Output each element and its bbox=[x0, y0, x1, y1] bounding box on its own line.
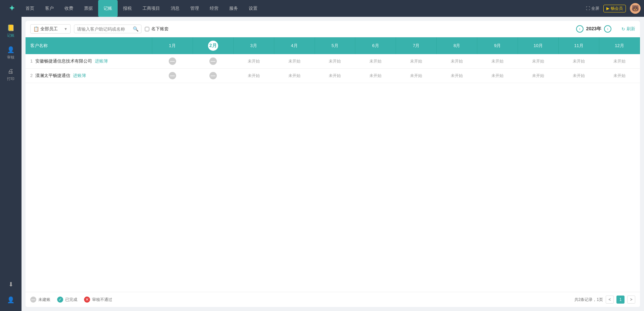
employee-select[interactable]: 📋 全部员工 ▼ bbox=[30, 24, 71, 34]
status-dash-icon: — bbox=[169, 72, 176, 79]
sidebar-item-bookkeeping[interactable]: 📒 记账 bbox=[0, 20, 22, 42]
col-month-3: 3月 bbox=[233, 37, 274, 54]
cell-month-9: 未开始 bbox=[477, 54, 518, 69]
table-body: 1安徽畅捷通信息技术有限公司进账簿——未开始未开始未开始未开始未开始未开始未开始… bbox=[26, 54, 640, 83]
legend-reject-label: 审核不通过 bbox=[92, 297, 112, 303]
status-dash-icon: — bbox=[209, 72, 217, 79]
cell-month-5: 未开始 bbox=[315, 54, 355, 69]
nav-invoice[interactable]: 票据 bbox=[79, 0, 98, 17]
nav-message[interactable]: 消息 bbox=[165, 0, 185, 17]
legend-dash: — 未建账 bbox=[30, 297, 50, 303]
status-not-started: 未开始 bbox=[288, 73, 300, 78]
cell-month-12: 未开始 bbox=[599, 54, 640, 69]
nav-home[interactable]: 首页 bbox=[20, 0, 40, 17]
status-not-started: 未开始 bbox=[329, 73, 341, 78]
sidebar-audit-label: 审核 bbox=[7, 55, 14, 60]
cell-month-1: — bbox=[152, 69, 193, 83]
legend-reject: ✕ 审核不通过 bbox=[84, 297, 112, 303]
nav-operation[interactable]: 经营 bbox=[204, 0, 224, 17]
vip-label: 畅会员 bbox=[611, 6, 623, 11]
download-icon: ⬇ bbox=[8, 281, 13, 288]
status-not-started: 未开始 bbox=[248, 59, 260, 64]
prev-year-btn[interactable]: ‹ bbox=[576, 25, 583, 33]
col-month-6: 6月 bbox=[355, 37, 396, 54]
main-layout: 📒 记账 👤 审核 🖨 打印 ⬇ 👤 📋 全部员工 ▼ bbox=[0, 17, 644, 311]
sidebar-bookkeeping-label: 记账 bbox=[7, 33, 14, 38]
status-not-started: 未开始 bbox=[573, 73, 585, 78]
col-month-7: 7月 bbox=[396, 37, 437, 54]
accounts-checkbox-wrap[interactable]: 名下账套 bbox=[145, 26, 169, 32]
prev-page-btn[interactable]: < bbox=[606, 296, 614, 304]
nav-bookkeeping[interactable]: 记账 bbox=[98, 0, 118, 17]
sidebar-item-user[interactable]: 👤 bbox=[0, 292, 22, 308]
cell-month-11: 未开始 bbox=[559, 69, 599, 83]
next-page-btn[interactable]: > bbox=[627, 296, 635, 304]
status-not-started: 未开始 bbox=[410, 73, 422, 78]
total-text: 共2条记录，1页 bbox=[574, 297, 603, 303]
status-not-started: 未开始 bbox=[288, 59, 300, 64]
nav-items: 首页 客户 收费 票据 记账 报税 工商项目 消息 管理 经营 服务 设置 bbox=[20, 0, 586, 17]
legend-dash-icon: — bbox=[30, 297, 36, 303]
nav-settings[interactable]: 设置 bbox=[243, 0, 263, 17]
status-not-started: 未开始 bbox=[451, 59, 463, 64]
cell-month-2: — bbox=[193, 69, 233, 83]
status-not-started: 未开始 bbox=[248, 73, 260, 78]
legend-complete-icon: ✓ bbox=[57, 297, 63, 303]
current-page-btn[interactable]: 1 bbox=[616, 296, 625, 304]
user-icon: 👤 bbox=[7, 296, 14, 304]
sidebar-item-audit[interactable]: 👤 审核 bbox=[0, 42, 22, 64]
status-not-started: 未开始 bbox=[369, 59, 381, 64]
fullscreen-icon: ⛶ bbox=[586, 6, 590, 11]
table-row: 2漠澜太平畅捷通信进账簿——未开始未开始未开始未开始未开始未开始未开始未开始未开… bbox=[26, 69, 640, 83]
cell-month-11: 未开始 bbox=[559, 54, 599, 69]
col-month-12: 12月 bbox=[599, 37, 640, 54]
status-not-started: 未开始 bbox=[573, 59, 585, 64]
status-not-started: 未开始 bbox=[532, 73, 544, 78]
status-dash-icon: — bbox=[169, 57, 176, 65]
col-month-2: 2月 bbox=[193, 37, 233, 54]
next-year-btn[interactable]: › bbox=[604, 25, 611, 33]
status-not-started: 未开始 bbox=[613, 73, 626, 78]
row-number: 1 bbox=[30, 59, 33, 64]
cell-month-6: 未开始 bbox=[355, 69, 396, 83]
search-icon[interactable]: 🔍 bbox=[133, 26, 138, 32]
vip-badge[interactable]: ▶ 畅会员 bbox=[603, 5, 626, 12]
search-input[interactable] bbox=[77, 27, 131, 32]
legend-complete: ✓ 已完成 bbox=[57, 297, 77, 303]
nav-tax[interactable]: 报税 bbox=[118, 0, 137, 17]
page-container: 📋 全部员工 ▼ 🔍 名下账套 ‹ 2023年 › bbox=[26, 21, 640, 307]
refresh-btn[interactable]: ↻ 刷新 bbox=[621, 26, 635, 32]
active-month-indicator: 2月 bbox=[208, 41, 218, 51]
cell-month-1: — bbox=[152, 54, 193, 69]
col-month-5: 5月 bbox=[315, 37, 355, 54]
cell-month-4: 未开始 bbox=[274, 69, 315, 83]
sidebar-item-print[interactable]: 🖨 打印 bbox=[0, 64, 22, 85]
table-row: 1安徽畅捷通信息技术有限公司进账簿——未开始未开始未开始未开始未开始未开始未开始… bbox=[26, 54, 640, 69]
nav-right: ⛶ 全屏 ▶ 畅会员 🐻 bbox=[586, 3, 641, 14]
legend-complete-label: 已完成 bbox=[65, 297, 77, 303]
cell-month-8: 未开始 bbox=[437, 54, 477, 69]
toolbar: 📋 全部员工 ▼ 🔍 名下账套 ‹ 2023年 › bbox=[26, 21, 640, 37]
accounts-checkbox[interactable] bbox=[145, 27, 149, 31]
col-month-8: 8月 bbox=[437, 37, 477, 54]
sidebar-item-download[interactable]: ⬇ bbox=[0, 277, 22, 292]
col-month-4: 4月 bbox=[274, 37, 315, 54]
fullscreen-btn[interactable]: ⛶ 全屏 bbox=[586, 6, 599, 11]
fullscreen-label: 全屏 bbox=[591, 6, 599, 11]
pagination: 共2条记录，1页 < 1 > bbox=[574, 296, 635, 304]
year-text: 2023年 bbox=[586, 26, 601, 32]
main-table: 客户名称 1月 2月 3月 4月 bbox=[26, 37, 640, 83]
left-sidebar: 📒 记账 👤 审核 🖨 打印 ⬇ 👤 bbox=[0, 17, 22, 311]
enter-ledger-link[interactable]: 进账簿 bbox=[73, 73, 86, 78]
nav-service[interactable]: 服务 bbox=[224, 0, 243, 17]
cell-month-9: 未开始 bbox=[477, 69, 518, 83]
user-avatar[interactable]: 🐻 bbox=[630, 3, 641, 14]
enter-ledger-link[interactable]: 进账簿 bbox=[95, 59, 108, 64]
cell-month-6: 未开始 bbox=[355, 54, 396, 69]
col-month-10: 10月 bbox=[518, 37, 559, 54]
nav-manage[interactable]: 管理 bbox=[185, 0, 204, 17]
nav-business[interactable]: 工商项目 bbox=[137, 0, 165, 17]
nav-fee[interactable]: 收费 bbox=[59, 0, 79, 17]
nav-customer[interactable]: 客户 bbox=[40, 0, 59, 17]
table-wrap: 客户名称 1月 2月 3月 4月 bbox=[26, 37, 640, 292]
